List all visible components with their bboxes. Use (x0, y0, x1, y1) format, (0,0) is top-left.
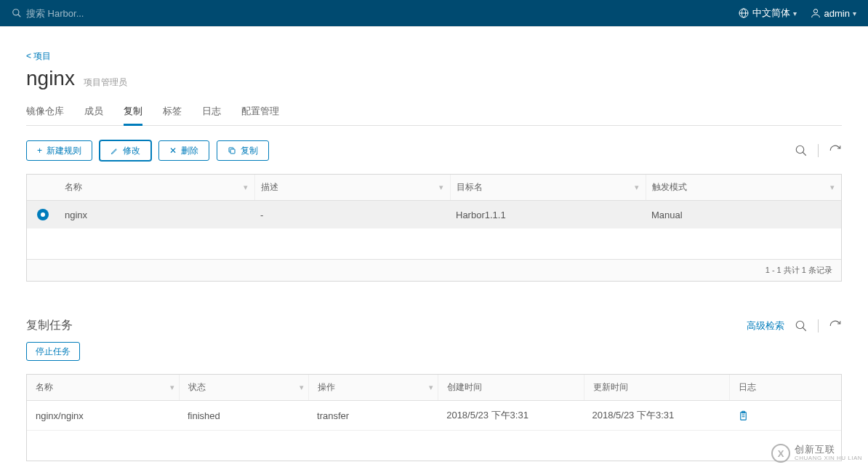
col-name: 名称 (27, 381, 161, 394)
tasks-header-right: 高级检索 (747, 319, 842, 332)
table-row[interactable]: nginx/nginx finished transfer 2018/5/23 … (27, 401, 841, 430)
stop-task-button[interactable]: 停止任务 (26, 342, 80, 361)
col-status: 状态 (179, 375, 291, 400)
tab-members[interactable]: 成员 (84, 99, 103, 125)
cell-name: nginx/nginx (27, 410, 161, 421)
watermark-cn: 创新互联 (795, 445, 862, 455)
clipboard-icon[interactable] (738, 410, 832, 421)
close-icon: ✕ (169, 146, 177, 155)
page-title: nginx (26, 67, 75, 90)
top-bar: 中文简体 ▾ admin ▾ (0, 0, 868, 26)
svg-line-1 (18, 15, 21, 17)
search-icon (12, 8, 22, 18)
action-bar: + 新建规则 修改 ✕ 删除 复制 (26, 140, 842, 161)
tasks-table-header: 名称 ▾ 状态 ▾ 操作 ▾ 创建时间 更新时间 日志 (27, 375, 841, 401)
refresh-icon[interactable] (829, 319, 842, 332)
breadcrumb[interactable]: < 项目 (26, 50, 842, 63)
cell-created: 2018/5/23 下午3:31 (438, 409, 583, 422)
filter-icon[interactable]: ▾ (291, 383, 308, 392)
cell-status: finished (179, 410, 291, 421)
delete-button[interactable]: ✕ 删除 (158, 140, 209, 161)
svg-point-7 (796, 146, 804, 154)
col-updated: 更新时间 (584, 375, 729, 400)
svg-line-10 (803, 327, 806, 331)
action-bar-right (795, 144, 842, 157)
advanced-search-link[interactable]: 高级检索 (747, 319, 784, 332)
page-subtitle: 项目管理员 (84, 76, 127, 89)
rules-table-header: 名称 ▾ 描述 ▾ 目标名 ▾ 触发模式 ▾ (27, 175, 841, 201)
page-content: < 项目 nginx 项目管理员 镜像仓库 成员 复制 标签 日志 配置管理 +… (0, 27, 868, 470)
copy-label: 复制 (241, 145, 258, 157)
col-operation: 操作 (308, 375, 420, 400)
user-label: admin (824, 8, 850, 19)
watermark: X 创新互联 CHUANG XIN HU LIAN (771, 444, 862, 463)
cell-description: - (254, 210, 433, 220)
filter-icon[interactable]: ▾ (824, 183, 841, 192)
cell-name: nginx (59, 210, 237, 220)
tab-repositories[interactable]: 镜像仓库 (26, 99, 64, 125)
refresh-icon[interactable] (829, 144, 842, 157)
cell-updated: 2018/5/23 下午3:31 (584, 409, 729, 422)
radio-selected-icon (37, 209, 49, 220)
col-created: 创建时间 (438, 375, 583, 400)
search-icon[interactable] (795, 319, 808, 332)
user-icon (810, 7, 821, 19)
cell-trigger: Manual (646, 210, 824, 220)
tab-logs[interactable]: 日志 (202, 99, 221, 125)
table-spacer (27, 430, 841, 461)
chevron-down-icon: ▾ (793, 9, 797, 17)
copy-icon (228, 146, 236, 155)
pencil-icon (110, 147, 118, 155)
filter-icon[interactable]: ▾ (237, 183, 254, 192)
watermark-logo-icon: X (771, 444, 790, 463)
col-target: 目标名 (450, 175, 628, 200)
language-switcher[interactable]: 中文简体 ▾ (738, 7, 797, 20)
col-name: 名称 (59, 181, 237, 194)
svg-rect-6 (230, 149, 235, 154)
divider (818, 144, 819, 157)
divider (818, 319, 819, 332)
svg-line-8 (803, 152, 806, 156)
svg-point-9 (796, 321, 804, 329)
new-rule-label: 新建规则 (47, 145, 81, 157)
col-description: 描述 (254, 175, 433, 200)
table-row[interactable]: nginx - Harbor1.1.1 Manual (27, 201, 841, 228)
filter-icon[interactable]: ▾ (420, 383, 438, 392)
user-menu[interactable]: admin ▾ (810, 7, 856, 19)
row-selector[interactable] (27, 209, 59, 220)
table-footer: 1 - 1 共计 1 条记录 (27, 259, 841, 281)
svg-point-0 (13, 9, 19, 15)
copy-button[interactable]: 复制 (217, 140, 269, 161)
tab-labels[interactable]: 标签 (163, 99, 182, 125)
plus-icon: + (37, 146, 42, 155)
edit-button[interactable]: 修改 (100, 140, 151, 161)
table-spacer (27, 228, 841, 259)
title-row: nginx 项目管理员 (26, 67, 842, 90)
watermark-en: CHUANG XIN HU LIAN (795, 455, 862, 462)
search-wrap (12, 8, 157, 19)
delete-label: 删除 (181, 145, 198, 157)
col-trigger: 触发模式 (646, 175, 824, 200)
tab-config[interactable]: 配置管理 (241, 99, 279, 125)
tasks-title: 复制任务 (26, 318, 73, 333)
filter-icon[interactable]: ▾ (161, 383, 179, 392)
tasks-table: 名称 ▾ 状态 ▾ 操作 ▾ 创建时间 更新时间 日志 nginx/nginx … (26, 374, 842, 461)
rules-table: 名称 ▾ 描述 ▾ 目标名 ▾ 触发模式 ▾ nginx - Harbor1.1… (26, 174, 842, 282)
filter-icon[interactable]: ▾ (433, 183, 450, 192)
pagination-text: 1 - 1 共计 1 条记录 (765, 265, 832, 276)
search-icon[interactable] (795, 144, 808, 157)
search-input[interactable] (26, 8, 157, 19)
globe-icon (738, 7, 750, 19)
svg-point-5 (813, 9, 817, 13)
top-right: 中文简体 ▾ admin ▾ (738, 7, 856, 20)
tabs: 镜像仓库 成员 复制 标签 日志 配置管理 (26, 99, 842, 126)
edit-label: 修改 (123, 145, 140, 157)
language-label: 中文简体 (752, 7, 790, 20)
filter-icon[interactable]: ▾ (628, 183, 646, 192)
stop-task-label: 停止任务 (36, 346, 71, 358)
tasks-section-header: 复制任务 高级检索 (26, 318, 842, 333)
new-rule-button[interactable]: + 新建规则 (26, 140, 92, 161)
tab-replication[interactable]: 复制 (124, 99, 142, 125)
cell-operation: transfer (308, 410, 420, 421)
cell-target: Harbor1.1.1 (450, 210, 628, 220)
